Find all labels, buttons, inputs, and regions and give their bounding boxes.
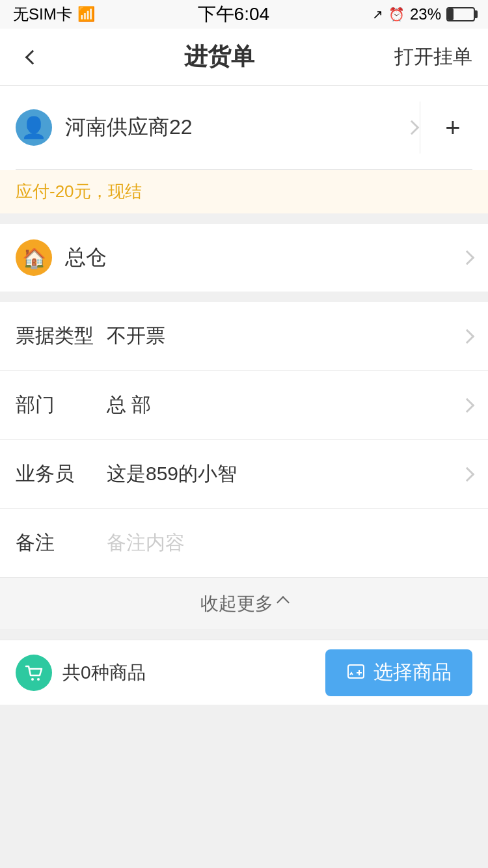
- supplier-avatar: 👤: [16, 109, 52, 146]
- svg-point-0: [31, 678, 34, 681]
- warehouse-section: 🏠 总仓: [0, 224, 488, 292]
- supplier-name: 河南供应商22: [65, 113, 399, 142]
- salesperson-value: 这是859的小智: [107, 461, 454, 487]
- supplier-card: 👤 河南供应商22 +: [0, 86, 488, 170]
- product-count-text: 共0种商品: [62, 660, 325, 685]
- department-value: 总 部: [107, 392, 454, 418]
- remark-row[interactable]: 备注 备注内容: [0, 508, 488, 577]
- divider: [420, 102, 420, 154]
- notice-text: 应付-20元，现结: [16, 182, 142, 201]
- warehouse-row[interactable]: 🏠 总仓: [16, 224, 472, 292]
- location-icon: ↗: [372, 7, 383, 22]
- invoice-type-value: 不开票: [107, 323, 454, 349]
- carrier-label: 无SIM卡: [13, 4, 72, 25]
- wifi-icon: 📶: [77, 6, 95, 23]
- warehouse-card: 🏠 总仓: [0, 224, 488, 292]
- status-bar: 无SIM卡 📶 下午6:04 ↗ ⏰ 23%: [0, 0, 488, 29]
- avatar-icon: 👤: [21, 115, 47, 140]
- warehouse-chevron-icon: [460, 251, 475, 265]
- notice-bar: 应付-20元，现结: [0, 170, 488, 213]
- back-button[interactable]: [16, 43, 44, 72]
- gap-1: [0, 213, 488, 224]
- collapse-label: 收起更多: [200, 591, 273, 616]
- product-cart-icon: [16, 655, 52, 691]
- collapse-bar[interactable]: 收起更多: [0, 577, 488, 629]
- gap-2: [0, 292, 488, 302]
- status-left: 无SIM卡 📶: [13, 4, 95, 25]
- gap-3: [0, 629, 488, 640]
- alarm-icon: ⏰: [388, 7, 405, 22]
- invoice-type-chevron-icon: [460, 329, 475, 344]
- remark-label: 备注: [16, 530, 107, 556]
- chevron-up-icon: [277, 596, 290, 609]
- bottom-bar: 共0种商品 选择商品: [0, 640, 488, 705]
- main-content: 👤 河南供应商22 + 应付-20元，现结 🏠 总仓 票据: [0, 86, 488, 868]
- select-product-button[interactable]: 选择商品: [325, 649, 472, 696]
- add-button[interactable]: +: [433, 108, 472, 147]
- battery-percent: 23%: [410, 5, 441, 23]
- nav-bar: 进货单 打开挂单: [0, 29, 488, 86]
- invoice-type-row[interactable]: 票据类型 不开票: [0, 302, 488, 370]
- department-chevron-icon: [460, 398, 475, 413]
- form-section: 票据类型 不开票 部门 总 部 业务员 这是859的小智 备注 备注内容 收起更…: [0, 302, 488, 629]
- salesperson-chevron-icon: [460, 467, 475, 481]
- warehouse-name: 总仓: [65, 243, 454, 272]
- page-title: 进货单: [184, 41, 254, 73]
- warehouse-icon: 🏠: [16, 239, 52, 276]
- time-label: 下午6:04: [198, 2, 270, 27]
- open-pending-button[interactable]: 打开挂单: [394, 44, 472, 70]
- department-row[interactable]: 部门 总 部: [0, 370, 488, 439]
- salesperson-row[interactable]: 业务员 这是859的小智: [0, 439, 488, 508]
- status-right: ↗ ⏰ 23%: [372, 5, 475, 23]
- salesperson-label: 业务员: [16, 461, 107, 487]
- invoice-type-label: 票据类型: [16, 323, 107, 349]
- supplier-section: 👤 河南供应商22 + 应付-20元，现结: [0, 86, 488, 213]
- remark-input[interactable]: 备注内容: [107, 530, 472, 556]
- back-arrow-icon: [25, 49, 40, 64]
- select-product-label: 选择商品: [373, 659, 452, 686]
- department-label: 部门: [16, 392, 107, 418]
- svg-point-1: [37, 678, 40, 681]
- supplier-row[interactable]: 👤 河南供应商22 +: [16, 86, 472, 170]
- svg-rect-2: [348, 665, 364, 678]
- battery-icon: [446, 7, 475, 21]
- supplier-chevron-icon: [405, 120, 420, 135]
